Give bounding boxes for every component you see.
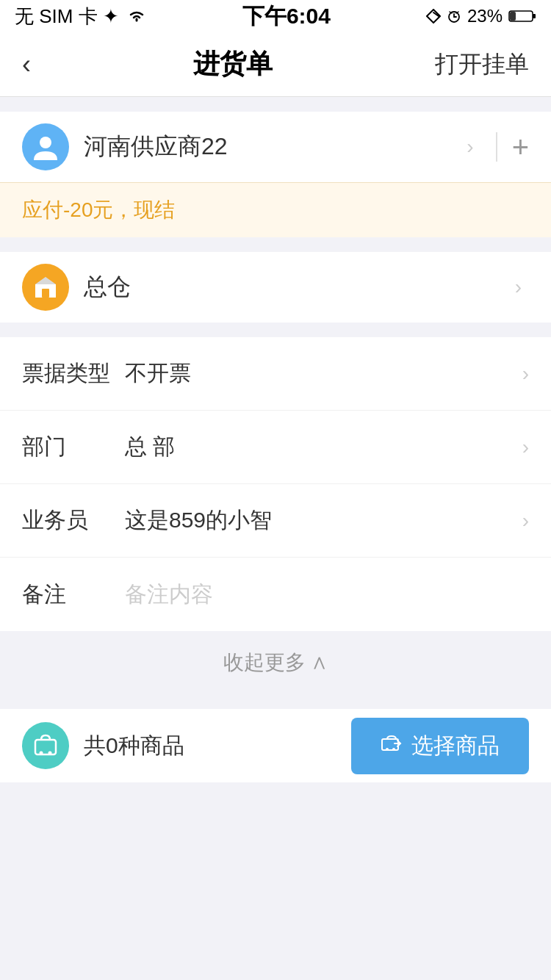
invoice-chevron-icon: › [522, 362, 529, 386]
remark-input[interactable]: 备注内容 [125, 580, 529, 610]
status-bar: 无 SIM 卡 ✦ 下午6:04 23% [0, 0, 551, 32]
supplier-row[interactable]: 河南供应商22 › + [0, 112, 551, 182]
supplier-divider [496, 132, 497, 162]
invoice-value: 不开票 [125, 359, 522, 389]
select-product-label: 选择商品 [411, 731, 500, 761]
wifi-icon [126, 9, 147, 24]
product-icon-wrap [22, 722, 69, 769]
location-icon [426, 9, 441, 24]
battery-icon [508, 9, 536, 24]
avatar [22, 123, 69, 170]
status-left: 无 SIM 卡 ✦ [15, 4, 147, 29]
product-count-label: 共0种商品 [84, 731, 351, 761]
supplier-name: 河南供应商22 [84, 131, 467, 163]
sales-row[interactable]: 业务员 这是859的小智 › [0, 484, 551, 558]
collapse-label: 收起更多 ∧ [223, 651, 328, 674]
open-pending-button[interactable]: 打开挂单 [435, 48, 529, 81]
svg-rect-5 [42, 289, 49, 298]
remark-label: 备注 [22, 580, 125, 610]
warehouse-row[interactable]: 总仓 › [0, 252, 551, 323]
remark-row[interactable]: 备注 备注内容 [0, 558, 551, 631]
sales-label: 业务员 [22, 505, 125, 536]
invoice-label: 票据类型 [22, 359, 125, 389]
svg-point-10 [386, 748, 389, 751]
svg-rect-2 [510, 12, 516, 21]
warehouse-name: 总仓 [84, 271, 515, 303]
sales-value: 这是859的小智 [125, 505, 522, 536]
no-sim-label: 无 SIM 卡 ✦ [15, 4, 119, 29]
alarm-icon [447, 9, 461, 24]
warehouse-chevron-icon: › [515, 275, 522, 299]
svg-point-8 [48, 752, 52, 755]
battery-percent: 23% [467, 6, 503, 26]
top-divider [0, 97, 551, 112]
notice-text: 应付-20元，现结 [22, 198, 175, 221]
supplier-chevron-icon: › [467, 135, 473, 159]
form-section: 票据类型 不开票 › 部门 总 部 › 业务员 这是859的小智 › 备注 备注… [0, 337, 551, 631]
svg-point-7 [40, 752, 43, 755]
select-cart-icon [381, 734, 403, 757]
supplier-section: 河南供应商22 › + 应付-20元，现结 [0, 112, 551, 237]
svg-rect-3 [533, 14, 536, 18]
status-right: 23% [426, 6, 536, 26]
nav-bar: ‹ 进货单 打开挂单 [0, 32, 551, 97]
notice-bar: 应付-20元，现结 [0, 182, 551, 237]
svg-point-4 [40, 137, 51, 148]
add-supplier-button[interactable]: + [512, 131, 529, 164]
status-time: 下午6:04 [242, 1, 331, 32]
warehouse-icon-wrap [22, 264, 69, 311]
warehouse-icon [32, 274, 59, 300]
svg-rect-6 [35, 740, 56, 754]
dept-label: 部门 [22, 432, 125, 462]
svg-point-11 [392, 748, 395, 751]
dept-value: 总 部 [125, 432, 522, 462]
page-background [0, 782, 551, 980]
person-icon [31, 132, 60, 162]
dept-row[interactable]: 部门 总 部 › [0, 411, 551, 484]
collapse-bar[interactable]: 收起更多 ∧ [0, 631, 551, 694]
bottom-bar: 共0种商品 选择商品 [0, 709, 551, 782]
invoice-row[interactable]: 票据类型 不开票 › [0, 337, 551, 411]
page-title: 进货单 [193, 46, 273, 82]
select-product-button[interactable]: 选择商品 [351, 718, 529, 774]
svg-rect-9 [382, 739, 398, 750]
dept-chevron-icon: › [522, 436, 529, 459]
cart-icon [32, 732, 59, 759]
back-button[interactable]: ‹ [22, 49, 31, 80]
sales-chevron-icon: › [522, 509, 529, 533]
